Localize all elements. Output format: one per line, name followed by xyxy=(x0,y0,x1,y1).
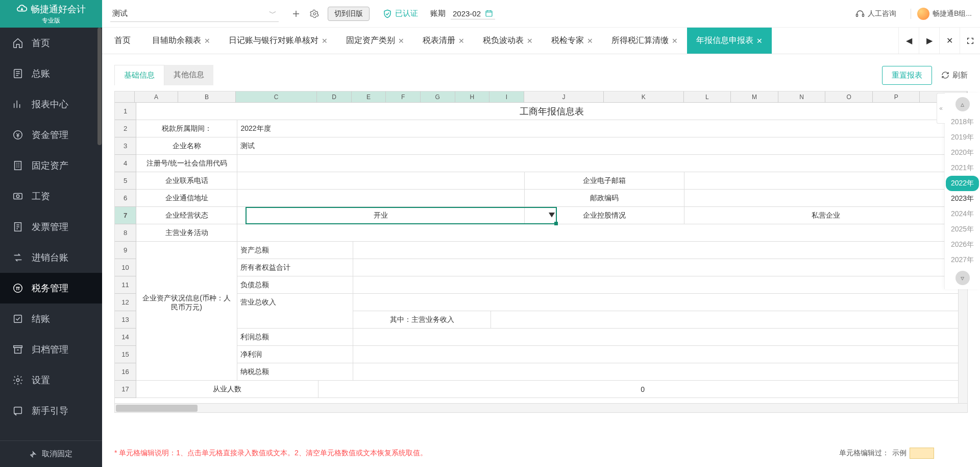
fullscreen-icon[interactable] xyxy=(960,28,980,54)
collapse-rail-icon[interactable]: « xyxy=(937,93,945,124)
year-option[interactable]: 2022年 xyxy=(946,176,979,191)
close-icon[interactable]: ✕ xyxy=(527,37,533,45)
col-header[interactable]: M xyxy=(731,91,778,102)
reset-report-button[interactable]: 重置报表 xyxy=(882,66,932,85)
period-picker[interactable]: 2023-02 xyxy=(451,8,495,19)
year-option[interactable]: 2019年 xyxy=(946,130,979,145)
tab-item[interactable]: 目辅助余额表✕ xyxy=(143,28,219,54)
col-header[interactable]: H xyxy=(455,91,490,102)
tab-home[interactable]: 首页 xyxy=(102,28,143,54)
cell[interactable] xyxy=(353,259,967,276)
sidebar-item-chart[interactable]: 报表中心 xyxy=(0,89,102,120)
cell[interactable] xyxy=(353,276,967,294)
col-header[interactable]: O xyxy=(825,91,873,102)
year-option[interactable]: 2026年 xyxy=(946,237,979,252)
col-header[interactable]: C xyxy=(236,91,317,102)
col-header[interactable]: F xyxy=(386,91,421,102)
tabs-scroll-left[interactable]: ◀ xyxy=(898,28,919,54)
col-header[interactable]: A xyxy=(135,91,178,102)
year-option[interactable]: 2025年 xyxy=(946,222,979,237)
sidebar-item-home[interactable]: 首页 xyxy=(0,28,102,58)
cell[interactable] xyxy=(353,242,967,259)
row-header[interactable]: 8 xyxy=(115,224,136,242)
col-header[interactable]: J xyxy=(524,91,604,102)
row-header[interactable]: 10 xyxy=(115,259,136,276)
year-up-icon[interactable]: ▵ xyxy=(955,97,970,111)
row-header[interactable]: 1 xyxy=(115,103,136,120)
sidebar-item-tax[interactable]: 税务管理 xyxy=(0,273,102,303)
business-status-cell[interactable]: 开业 xyxy=(237,207,525,224)
col-header[interactable]: G xyxy=(421,91,455,102)
row-header[interactable]: 12 xyxy=(115,294,136,311)
row-header[interactable]: 6 xyxy=(115,190,136,207)
sidebar-scrollbar[interactable] xyxy=(97,28,102,467)
row-header[interactable]: 16 xyxy=(115,363,136,381)
row-header[interactable]: 3 xyxy=(115,137,136,155)
year-down-icon[interactable]: ▿ xyxy=(955,271,970,285)
sidebar-item-building[interactable]: 固定资产 xyxy=(0,150,102,181)
tab-item[interactable]: 所得税汇算清缴✕ xyxy=(602,28,687,54)
close-icon[interactable]: ✕ xyxy=(458,37,464,45)
col-header[interactable]: P xyxy=(873,91,920,102)
col-header[interactable]: I xyxy=(489,91,524,102)
year-option[interactable]: 2021年 xyxy=(946,160,979,176)
subtab-basic[interactable]: 基础信息 xyxy=(114,65,164,85)
row-header[interactable]: 5 xyxy=(115,172,136,190)
account-selector[interactable]: 测试 ﹀ xyxy=(110,6,279,22)
sidebar-item-inout[interactable]: 进销台账 xyxy=(0,242,102,273)
close-icon[interactable]: ✕ xyxy=(322,37,328,45)
cell[interactable] xyxy=(353,294,967,311)
row-header[interactable]: 11 xyxy=(115,276,136,294)
sidebar-item-archive[interactable]: 归档管理 xyxy=(0,334,102,365)
sidebar-item-guide[interactable]: 新手引导 xyxy=(0,395,102,426)
year-option[interactable]: 2027年 xyxy=(946,252,979,268)
switch-old-button[interactable]: 切到旧版 xyxy=(328,7,370,21)
year-option[interactable]: 2024年 xyxy=(946,206,979,222)
row-header[interactable]: 9 xyxy=(115,242,136,259)
row-header[interactable]: 17 xyxy=(115,381,136,398)
help-support[interactable]: 人工咨询 xyxy=(855,9,896,18)
tabs-close-all[interactable]: ✕ xyxy=(939,28,960,54)
close-icon[interactable]: ✕ xyxy=(587,37,593,45)
row-header[interactable]: 2 xyxy=(115,120,136,137)
year-option[interactable]: 2020年 xyxy=(946,145,979,160)
refresh-button[interactable]: 刷新 xyxy=(941,71,968,80)
col-header[interactable]: E xyxy=(352,91,386,102)
close-icon[interactable]: ✕ xyxy=(672,37,678,45)
close-icon[interactable]: ✕ xyxy=(756,37,763,45)
cell[interactable] xyxy=(353,329,967,346)
sidebar-item-gear[interactable]: 设置 xyxy=(0,365,102,395)
close-icon[interactable]: ✕ xyxy=(398,37,404,45)
spreadsheet[interactable]: ABCDEFGHIJKLMNOPQ 1工商年报信息表2税款所属期间：2022年度… xyxy=(114,91,968,413)
unpin-button[interactable]: 取消固定 xyxy=(0,440,102,467)
cell[interactable] xyxy=(237,155,967,172)
row-header[interactable]: 7 xyxy=(115,207,136,224)
sidebar-item-salary[interactable]: 工资 xyxy=(0,181,102,212)
sidebar-item-close[interactable]: 结账 xyxy=(0,303,102,334)
col-header[interactable]: D xyxy=(317,91,352,102)
tab-item[interactable]: 日记账与银行对账单核对✕ xyxy=(219,28,337,54)
tabs-scroll-right[interactable]: ▶ xyxy=(919,28,939,54)
close-icon[interactable]: ✕ xyxy=(204,37,210,45)
tab-item[interactable]: 年报信息申报表✕ xyxy=(687,28,772,54)
cell[interactable]: 私营企业 xyxy=(684,207,967,224)
cell[interactable] xyxy=(237,190,525,207)
cell[interactable] xyxy=(684,172,967,190)
year-option[interactable]: 2023年 xyxy=(946,191,979,206)
col-header[interactable]: K xyxy=(604,91,683,102)
tab-item[interactable]: 固定资产类别✕ xyxy=(337,28,413,54)
cell[interactable]: 0 xyxy=(318,381,967,398)
cell[interactable] xyxy=(491,311,967,329)
user-menu[interactable]: 畅捷通B组... xyxy=(917,8,972,20)
row-header[interactable]: 4 xyxy=(115,155,136,172)
sidebar-item-invoice[interactable]: 发票管理 xyxy=(0,212,102,242)
sidebar-item-ledger[interactable]: 总账 xyxy=(0,58,102,89)
col-header[interactable]: N xyxy=(778,91,826,102)
period-value-cell[interactable]: 2022年度 xyxy=(237,120,967,137)
select-all-corner[interactable] xyxy=(115,91,135,102)
row-header[interactable]: 14 xyxy=(115,329,136,346)
horizontal-scrollbar[interactable] xyxy=(115,403,967,412)
tab-item[interactable]: 税负波动表✕ xyxy=(474,28,542,54)
cell[interactable] xyxy=(237,172,525,190)
sidebar-item-money[interactable]: 资金管理 xyxy=(0,120,102,150)
